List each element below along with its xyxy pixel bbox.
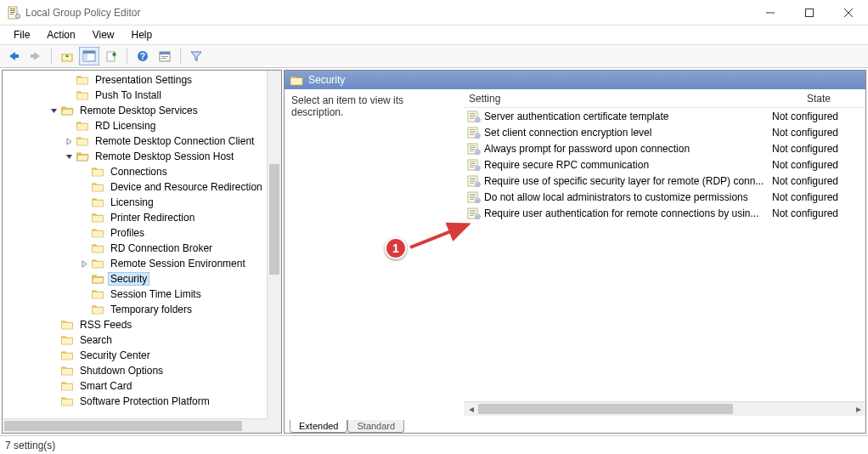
column-setting[interactable]: Setting	[464, 91, 772, 106]
back-button[interactable]	[3, 47, 24, 65]
tree[interactable]: Presentation SettingsPush To InstallRemo…	[3, 71, 281, 433]
setting-state: Not configured	[772, 159, 865, 171]
setting-row[interactable]: Set client connection encryption levelNo…	[464, 124, 865, 140]
expander-icon[interactable]	[64, 136, 74, 146]
forward-button[interactable]	[25, 47, 46, 65]
status-text: 7 setting(s)	[5, 440, 55, 451]
expander-icon	[79, 274, 89, 284]
expander-icon[interactable]	[79, 258, 89, 269]
tree-item[interactable]: Temporary folders	[3, 302, 281, 317]
column-state[interactable]: State	[772, 91, 865, 106]
setting-icon	[467, 143, 481, 155]
svg-line-72	[410, 224, 468, 247]
setting-icon	[467, 175, 481, 187]
app-icon	[7, 6, 20, 20]
svg-rect-59	[470, 194, 476, 195]
menu-view[interactable]: View	[86, 27, 121, 43]
setting-row[interactable]: Require user authentication for remote c…	[464, 205, 865, 221]
show-hide-tree-button[interactable]	[79, 47, 99, 65]
tree-item[interactable]: Smart Card	[3, 378, 281, 394]
annotation-arrow	[407, 219, 475, 253]
tree-item-label: RSS Feeds	[77, 318, 134, 332]
tree-item[interactable]: Remote Desktop Connection Client	[3, 133, 281, 149]
setting-row[interactable]: Always prompt for password upon connecti…	[464, 140, 865, 156]
setting-row[interactable]: Server authentication certificate templa…	[464, 108, 865, 124]
tree-item-label: Profiles	[108, 226, 147, 240]
tree-item-label: Remote Desktop Services	[77, 104, 200, 117]
svg-rect-48	[470, 167, 474, 167]
svg-point-43	[477, 151, 479, 153]
tree-item[interactable]: Push To Install	[3, 88, 281, 103]
details-header-label: Security	[308, 74, 345, 86]
tree-item[interactable]: Connections	[3, 164, 281, 179]
tree-item[interactable]: Remote Desktop Session Host	[3, 149, 281, 164]
tree-item[interactable]: Device and Resource Redirection	[3, 179, 281, 195]
tree-item[interactable]: Remote Desktop Services	[3, 103, 281, 118]
setting-row[interactable]: Require secure RPC communicationNot conf…	[464, 156, 865, 173]
svg-rect-3	[10, 12, 15, 13]
svg-rect-60	[470, 196, 476, 196]
svg-rect-26	[470, 116, 476, 117]
setting-name: Server authentication certificate templa…	[484, 111, 772, 122]
tree-item[interactable]: Presentation Settings	[3, 72, 281, 88]
tree-horizontal-scrollbar[interactable]	[3, 418, 267, 433]
tab-extended[interactable]: Extended	[290, 420, 347, 433]
tree-vertical-scrollbar[interactable]	[267, 71, 281, 418]
setting-state: Not configured	[772, 111, 865, 122]
svg-rect-4	[10, 14, 14, 14]
list-horizontal-scrollbar[interactable]: ◂ ▸	[464, 401, 865, 416]
close-button[interactable]	[829, 0, 868, 26]
view-tabs: Extended Standard	[285, 416, 865, 433]
tree-item[interactable]: Printer Redirection	[3, 210, 281, 225]
tree-item[interactable]: Profiles	[3, 225, 281, 241]
setting-row[interactable]: Do not allow local administrators to cus…	[464, 189, 865, 205]
menu-action[interactable]: Action	[40, 27, 82, 43]
svg-rect-24	[470, 113, 476, 114]
expander-icon	[48, 366, 59, 376]
up-button[interactable]	[57, 47, 77, 65]
expander-icon	[79, 197, 89, 207]
tree-item[interactable]: Search	[3, 332, 281, 348]
settings-list[interactable]: Server authentication certificate templa…	[464, 108, 865, 416]
setting-name: Require secure RPC communication	[484, 159, 772, 171]
tab-standard[interactable]: Standard	[347, 420, 404, 433]
svg-rect-27	[470, 118, 474, 119]
properties-button[interactable]	[155, 47, 175, 65]
setting-name: Do not allow local administrators to cus…	[484, 191, 772, 203]
expander-icon	[64, 75, 74, 85]
expander-icon[interactable]	[48, 105, 59, 116]
svg-rect-10	[14, 54, 19, 58]
tree-item[interactable]: RSS Feeds	[3, 317, 281, 332]
tree-pane: Presentation SettingsPush To InstallRemo…	[2, 70, 282, 434]
tree-item[interactable]: RD Connection Broker	[3, 241, 281, 256]
tree-item[interactable]: Software Protection Platform	[3, 394, 281, 409]
tree-item-label: Connections	[108, 165, 170, 179]
tree-item[interactable]: Remote Session Environment	[3, 256, 281, 271]
svg-rect-32	[470, 131, 476, 132]
tree-item-label: Security Center	[77, 349, 153, 362]
tree-item[interactable]: RD Licensing	[3, 118, 281, 133]
help-button[interactable]: ?	[132, 47, 153, 65]
minimize-button[interactable]	[751, 0, 790, 26]
svg-rect-45	[470, 162, 476, 162]
tree-item[interactable]: Security Center	[3, 348, 281, 363]
filter-button[interactable]	[186, 47, 206, 65]
expander-icon[interactable]	[64, 151, 74, 162]
svg-rect-7	[806, 9, 814, 16]
tree-item[interactable]: Licensing	[3, 195, 281, 210]
expander-icon	[48, 396, 59, 406]
menu-help[interactable]: Help	[125, 27, 160, 43]
menu-file[interactable]: File	[7, 27, 37, 43]
expander-icon	[48, 381, 59, 391]
export-button[interactable]	[101, 47, 121, 65]
tree-item[interactable]: Security	[3, 271, 281, 287]
setting-icon	[467, 111, 481, 122]
setting-icon	[467, 159, 481, 171]
svg-rect-54	[470, 181, 476, 182]
tree-item[interactable]: Shutdown Options	[3, 363, 281, 378]
maximize-button[interactable]	[790, 0, 829, 26]
folder-icon	[290, 75, 303, 86]
tree-item-label: Temporary folders	[108, 303, 194, 316]
tree-item[interactable]: Session Time Limits	[3, 287, 281, 302]
setting-row[interactable]: Require use of specific security layer f…	[464, 173, 865, 189]
